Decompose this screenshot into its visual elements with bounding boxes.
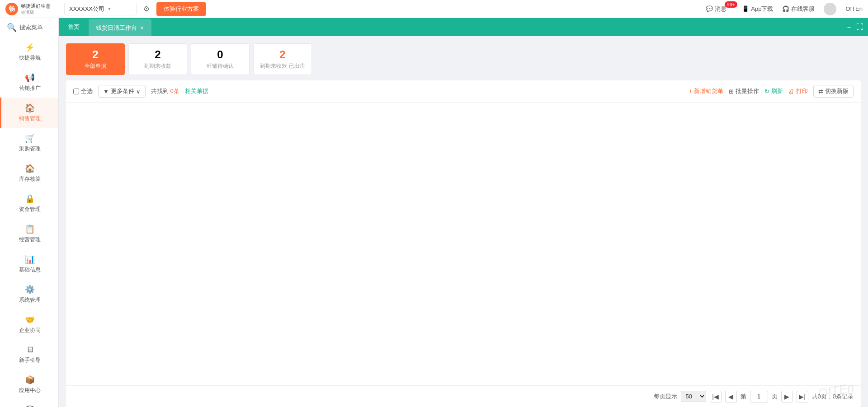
window-maximize-button[interactable]: ⛶ — [856, 23, 863, 31]
sidebar-item-sales[interactable]: 🏠 销售管理 — [0, 98, 58, 128]
message-icon: 💬 — [706, 5, 713, 12]
sidebar-item-operation[interactable]: 📋 经营管理 — [0, 219, 58, 249]
box-icon: 📦 — [25, 375, 35, 385]
summary-card-shipped[interactable]: 2 到期未收款 已出库 — [253, 43, 312, 75]
switch-version-button[interactable]: ⇄ 切换新版 — [813, 85, 854, 98]
sidebar-item-search[interactable]: 🔍 搜索菜单 — [0, 18, 58, 37]
per-page-select[interactable]: 50 20 100 — [681, 391, 706, 402]
prev-page-button[interactable]: ◀ — [725, 391, 737, 402]
summary-card-all[interactable]: 2 全部单据 — [66, 43, 125, 75]
sidebar-item-finance[interactable]: 🔒 资金管理 — [0, 188, 58, 219]
main-layout: 🔍 搜索菜单 ⚡ 快捷导航 📢 营销推广 🏠 销售管理 🛒 采购管理 🏠 库存核… — [0, 18, 868, 407]
sidebar-item-system[interactable]: ⚙️ 系统管理 — [0, 279, 58, 309]
logo-icon: 畅 — [5, 3, 18, 15]
chevron-down-icon: ▼ — [107, 6, 112, 11]
sidebar-item-quick-nav[interactable]: ⚡ 快捷导航 — [0, 37, 58, 67]
summary-card-overdue[interactable]: 2 到期未收款 — [128, 43, 187, 75]
select-all-input[interactable] — [73, 89, 79, 94]
handshake-icon: 🤝 — [25, 315, 35, 325]
filter-button[interactable]: ▼ 更多条件 ∨ — [98, 85, 146, 98]
print-button[interactable]: 🖨 打印 — [788, 87, 808, 95]
first-page-button[interactable]: |◀ — [710, 391, 722, 402]
logo-area: 畅 畅捷通好生意 标准版 — [5, 3, 64, 15]
sidebar-item-marketing[interactable]: 📢 营销推广 — [0, 67, 58, 98]
found-count: 0条 — [170, 88, 179, 94]
sidebar-item-guide[interactable]: 🖥 新手引导 — [0, 340, 58, 370]
filter-chevron-icon: ∨ — [136, 88, 141, 95]
lightning-icon: ⚡ — [25, 42, 35, 52]
last-page-button[interactable]: ▶| — [797, 391, 808, 402]
card-num-all: 2 — [92, 48, 98, 61]
select-all-checkbox[interactable]: 全选 — [73, 87, 93, 95]
card-num-overdue: 2 — [155, 48, 160, 61]
toolbar: 全选 ▼ 更多条件 ∨ 共找到 0条 相关单据 + 新增销货单 ⊞ 批量操作 ↻ — [66, 80, 861, 103]
wechat-icon: 💬 — [25, 405, 35, 407]
sidebar-item-purchase[interactable]: 🛒 采购管理 — [0, 128, 58, 158]
megaphone-icon: 📢 — [25, 73, 35, 83]
avatar[interactable] — [824, 3, 836, 15]
next-page-button[interactable]: ▶ — [781, 391, 793, 402]
tab-right-buttons: － ⛶ — [845, 23, 868, 32]
guide-icon: 🖥 — [26, 345, 34, 355]
card-label-shipped: 到期未收款 已出库 — [260, 62, 305, 70]
page-input[interactable] — [750, 391, 768, 402]
gear-icon: ⚙️ — [25, 285, 35, 295]
search-icon: 🔍 — [7, 23, 17, 33]
related-link[interactable]: 相关单据 — [185, 87, 208, 95]
toolbar-right: + 新增销货单 ⊞ 批量操作 ↻ 刷新 🖨 打印 ⇄ 切换新版 — [689, 85, 854, 98]
headset-icon: 🎧 — [782, 5, 789, 12]
tab-home[interactable]: 首页 — [59, 18, 89, 36]
page-label: 第 — [741, 393, 746, 401]
pagination: 每页显示 50 20 100 |◀ ◀ 第 页 ▶ ▶| 共0页，0条记录 — [66, 385, 861, 407]
content-area: 首页 钱货日清工作台 ✕ － ⛶ 2 全部单据 2 到期未收款 0 旺铺待确认 — [59, 18, 868, 407]
grid-icon: 📊 — [25, 254, 35, 264]
cart-icon: 🛒 — [25, 133, 35, 143]
home-icon: 🏠 — [25, 103, 35, 113]
found-text: 共找到 0条 — [151, 87, 179, 95]
card-label-overdue: 到期未收款 — [144, 62, 171, 70]
page-suffix: 页 — [772, 393, 778, 401]
messages-badge: 99+ — [725, 1, 738, 8]
refresh-button[interactable]: ↻ 刷新 — [764, 87, 783, 95]
sidebar-item-basic-info[interactable]: 📊 基础信息 — [0, 249, 58, 279]
sidebar: 🔍 搜索菜单 ⚡ 快捷导航 📢 营销推广 🏠 销售管理 🛒 采购管理 🏠 库存核… — [0, 18, 59, 407]
top-header: 畅 畅捷通好生意 标准版 XXXXXX公司 ▼ ⚙ 体验行业方案 💬 消息 99… — [0, 0, 868, 18]
card-num-pending: 0 — [217, 48, 223, 61]
logo-text: 畅捷通好生意 标准版 — [21, 3, 51, 15]
settings-button[interactable]: ⚙ — [140, 3, 153, 15]
summary-cards: 2 全部单据 2 到期未收款 0 旺铺待确认 2 到期未收款 已出库 — [59, 36, 868, 75]
batch-icon: ⊞ — [729, 88, 734, 95]
card-label-pending: 旺铺待确认 — [207, 62, 234, 70]
window-minimize-button[interactable]: － — [845, 23, 853, 32]
add-order-button[interactable]: + 新增销货单 — [689, 87, 723, 95]
company-name: XXXXXX公司 — [69, 5, 104, 13]
sidebar-item-inventory[interactable]: 🏠 库存核算 — [0, 158, 58, 188]
filter-icon: ▼ — [103, 88, 109, 95]
app-download-button[interactable]: 📱 App下载 — [742, 5, 773, 13]
tab-active[interactable]: 钱货日清工作台 ✕ — [89, 19, 151, 37]
online-service-button[interactable]: 🎧 在线客服 — [782, 5, 815, 13]
tab-close-icon[interactable]: ✕ — [140, 25, 144, 31]
table-area — [66, 103, 861, 385]
download-icon: 📱 — [742, 5, 749, 12]
print-icon: 🖨 — [788, 88, 794, 95]
trial-button[interactable]: 体验行业方案 — [156, 2, 206, 16]
clipboard-icon: 📋 — [25, 224, 35, 234]
sidebar-item-enterprise[interactable]: 🤝 企业协同 — [0, 309, 58, 340]
card-label-all: 全部单据 — [85, 62, 106, 70]
warehouse-icon: 🏠 — [25, 164, 35, 173]
user-name: OfTEn — [845, 5, 863, 12]
refresh-icon: ↻ — [764, 88, 769, 95]
tab-bar: 首页 钱货日清工作台 ✕ － ⛶ — [59, 18, 868, 36]
sidebar-item-wechat[interactable]: 💬 企业微信 — [0, 400, 58, 407]
card-num-shipped: 2 — [279, 48, 285, 61]
header-right: 💬 消息 99+ 📱 App下载 🎧 在线客服 OfTEn — [706, 3, 863, 15]
sidebar-item-app-center[interactable]: 📦 应用中心 — [0, 370, 58, 400]
total-info: 共0页，0条记录 — [812, 393, 854, 401]
company-selector[interactable]: XXXXXX公司 ▼ — [64, 3, 137, 15]
summary-card-pending[interactable]: 0 旺铺待确认 — [191, 43, 250, 75]
batch-button[interactable]: ⊞ 批量操作 — [729, 87, 759, 95]
switch-icon: ⇄ — [818, 88, 823, 95]
per-page-label: 每页显示 — [654, 393, 677, 401]
messages-button[interactable]: 💬 消息 99+ — [706, 5, 733, 13]
